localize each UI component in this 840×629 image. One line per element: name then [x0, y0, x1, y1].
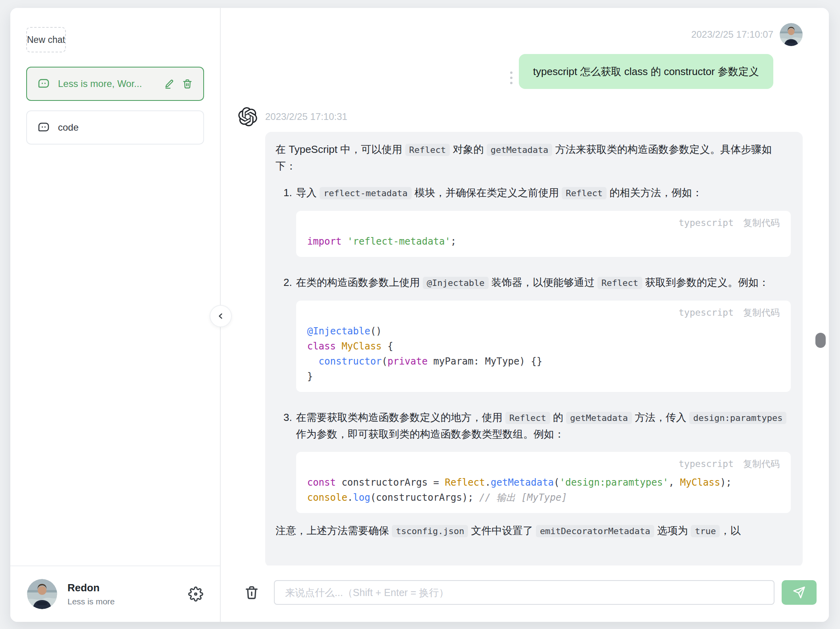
user-avatar: [27, 579, 57, 609]
list-item-text: 在需要获取类构造函数参数定义的地方，使用 Reflect 的 getMetada…: [296, 409, 791, 442]
user-message-meta: 2023/2/25 17:10:07: [238, 23, 803, 46]
chat-bubble-icon: [37, 77, 50, 90]
sidebar-collapse-button[interactable]: [210, 305, 232, 327]
inline-code: @Injectable: [423, 277, 489, 289]
inline-code: reflect-metadata: [320, 187, 412, 199]
code-content: @Injectable()class MyClass { constructor…: [307, 324, 780, 384]
list-item: 1. 导入 reflect-metadata 模块，并确保在类定义之前使用 Re…: [276, 185, 791, 264]
app-window: New chat Less is more, Wor...: [10, 8, 829, 622]
code-block: typescript 复制代码 @Injectable()class MyCla…: [296, 301, 791, 392]
sidebar-item-chat-code[interactable]: code: [26, 110, 204, 145]
user-message-timestamp: 2023/2/25 17:10:07: [691, 29, 773, 40]
edit-chat-icon[interactable]: [164, 78, 175, 89]
chat-title: code: [58, 122, 193, 133]
list-item-body: 在需要获取类构造函数参数定义的地方，使用 Reflect 的 getMetada…: [296, 409, 791, 520]
inline-code: Reflect: [405, 144, 450, 156]
clear-conversation-trash-icon[interactable]: [244, 585, 260, 600]
inline-code: design:paramtypes: [689, 412, 786, 424]
sidebar-chat-list: New chat Less is more, Wor...: [10, 8, 220, 145]
list-item: 2. 在类的构造函数参数上使用 @Injectable 装饰器，以便能够通过 R…: [276, 274, 791, 399]
list-item-text: 导入 reflect-metadata 模块，并确保在类定义之前使用 Refle…: [296, 185, 791, 201]
scrollbar-thumb[interactable]: [815, 333, 826, 348]
user-name: Redon: [67, 582, 115, 594]
user-avatar: [780, 23, 803, 46]
assistant-paragraph: 在 TypeScript 中，可以使用 Reflect 对象的 getMetad…: [276, 141, 791, 174]
message-input[interactable]: [274, 580, 774, 605]
code-block: typescript 复制代码 import 'reflect-metadata…: [296, 211, 791, 257]
sidebar-item-chat-active[interactable]: Less is more, Wor...: [26, 67, 204, 101]
list-item-number: 2.: [283, 274, 292, 399]
code-language-label: typescript: [679, 307, 734, 318]
list-item: 3. 在需要获取类构造函数参数定义的地方，使用 Reflect 的 getMet…: [276, 409, 791, 520]
assistant-message-bubble: 在 TypeScript 中，可以使用 Reflect 对象的 getMetad…: [265, 132, 803, 565]
openai-logo-icon: [238, 107, 257, 126]
inline-code: getMetadata: [487, 144, 553, 156]
inline-code: Reflect: [505, 412, 550, 424]
message-actions-menu-icon[interactable]: [510, 71, 512, 84]
list-item-body: 在类的构造函数参数上使用 @Injectable 装饰器，以便能够通过 Refl…: [296, 274, 791, 399]
inline-code: Reflect: [562, 187, 607, 199]
assistant-ordered-list: 1. 导入 reflect-metadata 模块，并确保在类定义之前使用 Re…: [276, 185, 791, 520]
inline-code: tsconfig.json: [392, 525, 468, 537]
assistant-message-timestamp: 2023/2/25 17:10:31: [265, 111, 347, 122]
inline-code: true: [691, 525, 720, 537]
chat-main: 2023/2/25 17:10:07: [221, 8, 829, 622]
sidebar: New chat Less is more, Wor...: [10, 8, 221, 622]
chat-scroll-area[interactable]: 2023/2/25 17:10:07: [221, 8, 829, 565]
code-content: const constructorArgs = Reflect.getMetad…: [307, 475, 780, 505]
send-button[interactable]: [782, 580, 817, 605]
copy-code-button[interactable]: 复制代码: [743, 307, 780, 318]
code-language-label: typescript: [679, 458, 734, 469]
list-item-body: 导入 reflect-metadata 模块，并确保在类定义之前使用 Refle…: [296, 185, 791, 264]
assistant-paragraph: 注意，上述方法需要确保 tsconfig.json 文件中设置了 emitDec…: [276, 523, 791, 539]
user-message-bubble: typescript 怎么获取 class 的 constructor 参数定义: [519, 54, 773, 89]
inline-code: getMetadata: [566, 412, 632, 424]
user-message-row: typescript 怎么获取 class 的 constructor 参数定义: [238, 54, 803, 89]
settings-gear-icon[interactable]: [188, 587, 203, 602]
inline-code: Reflect: [597, 277, 642, 289]
code-block-header: typescript 复制代码: [307, 217, 780, 228]
code-block: typescript 复制代码 const constructorArgs = …: [296, 452, 791, 513]
list-item-number: 1.: [283, 185, 292, 264]
inline-code: emitDecoratorMetadata: [536, 525, 654, 537]
assistant-message-meta: 2023/2/25 17:10:31: [238, 107, 803, 126]
copy-code-button[interactable]: 复制代码: [743, 217, 780, 228]
user-subtitle: Less is more: [67, 597, 115, 606]
code-block-header: typescript 复制代码: [307, 307, 780, 318]
list-item-text: 在类的构造函数参数上使用 @Injectable 装饰器，以便能够通过 Refl…: [296, 274, 791, 291]
list-item-number: 3.: [283, 409, 292, 520]
code-block-header: typescript 复制代码: [307, 458, 780, 469]
chat-title: Less is more, Wor...: [58, 78, 156, 89]
sidebar-user-panel: Redon Less is more: [10, 565, 220, 622]
new-chat-button[interactable]: New chat: [26, 27, 66, 52]
paper-plane-icon: [793, 586, 805, 599]
code-language-label: typescript: [679, 217, 734, 228]
chevron-left-icon: [216, 311, 225, 321]
copy-code-button[interactable]: 复制代码: [743, 458, 780, 469]
composer-bar: [221, 565, 829, 622]
chat-bubble-icon: [37, 121, 50, 134]
code-content: import 'reflect-metadata';: [307, 234, 780, 249]
delete-chat-icon[interactable]: [182, 78, 193, 89]
user-meta: Redon Less is more: [67, 582, 115, 606]
